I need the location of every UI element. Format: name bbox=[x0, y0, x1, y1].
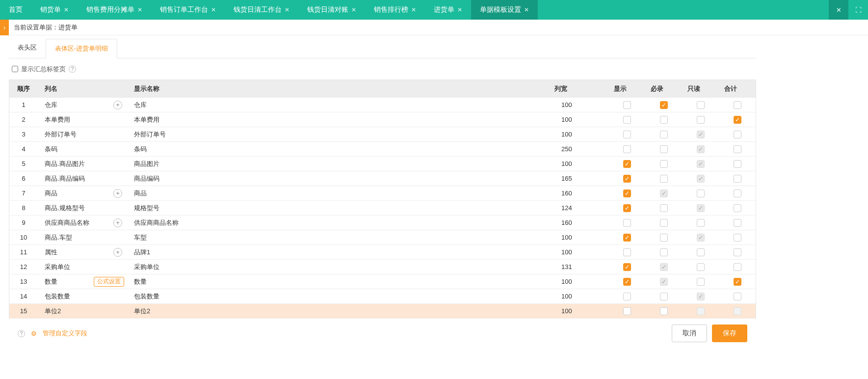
cell-width[interactable]: 100 bbox=[553, 248, 608, 256]
show-checkbox[interactable] bbox=[623, 160, 631, 168]
sum-checkbox[interactable] bbox=[734, 219, 741, 227]
req-checkbox[interactable] bbox=[660, 131, 668, 138]
show-checkbox[interactable] bbox=[623, 248, 631, 256]
req-checkbox[interactable] bbox=[660, 175, 668, 183]
sum-checkbox[interactable] bbox=[734, 278, 741, 286]
cell-width[interactable]: 100 bbox=[553, 234, 608, 241]
table-row[interactable]: 4条码条码250 bbox=[9, 142, 756, 157]
show-summary-checkbox[interactable] bbox=[12, 66, 18, 72]
sum-checkbox[interactable] bbox=[734, 145, 741, 153]
req-checkbox[interactable] bbox=[660, 101, 668, 109]
show-checkbox[interactable] bbox=[623, 190, 631, 197]
req-checkbox[interactable] bbox=[660, 160, 668, 168]
req-checkbox[interactable] bbox=[660, 204, 668, 212]
close-icon[interactable]: ✕ bbox=[137, 6, 142, 13]
cell-display-name[interactable]: 商品 bbox=[127, 189, 553, 198]
top-tab[interactable]: 销售订单工作台✕ bbox=[151, 0, 225, 20]
req-checkbox[interactable] bbox=[660, 307, 668, 315]
cell-display-name[interactable]: 供应商商品名称 bbox=[127, 218, 553, 227]
sum-checkbox[interactable] bbox=[734, 116, 741, 124]
table-row[interactable]: 6商品.商品编码商品编码165 bbox=[9, 171, 756, 186]
top-tab[interactable]: 首页 bbox=[0, 0, 31, 20]
top-tab[interactable]: 钱货日清对账✕ bbox=[298, 0, 365, 20]
grid-body[interactable]: 1仓库+仓库1002本单费用本单费用1003外部订单号外部订单号1004条码条码… bbox=[9, 98, 756, 319]
cancel-button[interactable]: 取消 bbox=[672, 325, 707, 342]
ro-checkbox[interactable] bbox=[697, 190, 705, 197]
req-checkbox[interactable] bbox=[660, 145, 668, 153]
table-row[interactable]: 5商品.商品图片商品图片100 bbox=[9, 157, 756, 171]
show-checkbox[interactable] bbox=[623, 263, 631, 271]
cell-display-name[interactable]: 车型 bbox=[127, 233, 553, 242]
top-tab[interactable]: 销货单✕ bbox=[31, 0, 78, 20]
table-row[interactable]: 8商品.规格型号规格型号124 bbox=[9, 201, 756, 216]
cell-width[interactable]: 100 bbox=[553, 131, 608, 138]
top-tab[interactable]: 销售排行榜✕ bbox=[365, 0, 425, 20]
add-icon[interactable]: + bbox=[113, 101, 122, 109]
show-checkbox[interactable] bbox=[623, 293, 631, 300]
add-icon[interactable]: + bbox=[113, 248, 122, 257]
table-row[interactable]: 1仓库+仓库100 bbox=[9, 98, 756, 112]
top-tab[interactable]: 进货单✕ bbox=[425, 0, 471, 20]
show-checkbox[interactable] bbox=[623, 219, 631, 227]
show-checkbox[interactable] bbox=[623, 145, 631, 153]
cell-display-name[interactable]: 仓库 bbox=[127, 101, 553, 109]
cell-display-name[interactable]: 品牌1 bbox=[127, 248, 553, 257]
table-row[interactable]: 15单位2单位2100 bbox=[9, 304, 756, 319]
sum-checkbox[interactable] bbox=[734, 204, 741, 212]
cell-display-name[interactable]: 商品编码 bbox=[127, 174, 553, 183]
table-row[interactable]: 10商品.车型车型100 bbox=[9, 230, 756, 245]
show-checkbox[interactable] bbox=[623, 234, 631, 242]
show-checkbox[interactable] bbox=[623, 204, 631, 212]
table-row[interactable]: 11属性+品牌1100 bbox=[9, 245, 756, 260]
table-row[interactable]: 12采购单位采购单位131 bbox=[9, 260, 756, 274]
cell-display-name[interactable]: 规格型号 bbox=[127, 204, 553, 213]
show-checkbox[interactable] bbox=[623, 307, 631, 315]
sum-checkbox[interactable] bbox=[734, 190, 741, 197]
cell-display-name[interactable]: 单位2 bbox=[127, 307, 553, 316]
table-row[interactable]: 13数量公式设置数量100 bbox=[9, 274, 756, 289]
add-icon[interactable]: + bbox=[113, 189, 122, 198]
cell-display-name[interactable]: 商品图片 bbox=[127, 160, 553, 168]
sum-checkbox[interactable] bbox=[734, 234, 741, 242]
section-tab[interactable]: 表体区-进货单明细 bbox=[46, 39, 117, 58]
cell-display-name[interactable]: 包装数量 bbox=[127, 292, 553, 301]
top-tab[interactable]: 销售费用分摊单✕ bbox=[78, 0, 151, 20]
cell-width[interactable]: 100 bbox=[553, 101, 608, 108]
cell-width[interactable]: 100 bbox=[553, 293, 608, 300]
manage-custom-fields-link[interactable]: 管理自定义字段 bbox=[43, 329, 87, 338]
expand-sidebar-button[interactable]: › bbox=[0, 20, 9, 35]
cell-width[interactable]: 100 bbox=[553, 116, 608, 123]
req-checkbox[interactable] bbox=[660, 293, 668, 300]
show-checkbox[interactable] bbox=[623, 101, 631, 109]
cell-width[interactable]: 160 bbox=[553, 190, 608, 197]
close-icon[interactable]: ✕ bbox=[285, 6, 289, 13]
ro-checkbox[interactable] bbox=[697, 116, 705, 124]
fullscreen-button[interactable]: ⛶ bbox=[848, 0, 868, 20]
formula-settings-button[interactable]: 公式设置 bbox=[94, 277, 124, 287]
cell-display-name[interactable]: 条码 bbox=[127, 145, 553, 154]
cell-display-name[interactable]: 外部订单号 bbox=[127, 130, 553, 139]
close-icon[interactable]: ✕ bbox=[211, 6, 216, 13]
show-checkbox[interactable] bbox=[623, 278, 631, 286]
top-tab[interactable]: 单据模板设置✕ bbox=[471, 0, 538, 20]
cell-width[interactable]: 100 bbox=[553, 160, 608, 167]
ro-checkbox[interactable] bbox=[697, 278, 705, 286]
close-icon[interactable]: ✕ bbox=[411, 6, 416, 13]
cell-width[interactable]: 160 bbox=[553, 219, 608, 226]
close-icon[interactable]: ✕ bbox=[457, 6, 462, 13]
save-button[interactable]: 保存 bbox=[712, 325, 747, 342]
close-icon[interactable]: ✕ bbox=[64, 6, 69, 13]
sum-checkbox[interactable] bbox=[734, 248, 741, 256]
cell-width[interactable]: 250 bbox=[553, 145, 608, 153]
show-checkbox[interactable] bbox=[623, 116, 631, 124]
sum-checkbox[interactable] bbox=[734, 175, 741, 183]
add-icon[interactable]: + bbox=[113, 218, 122, 227]
sum-checkbox[interactable] bbox=[734, 293, 741, 300]
table-row[interactable]: 7商品+商品160 bbox=[9, 186, 756, 201]
req-checkbox[interactable] bbox=[660, 219, 668, 227]
close-icon[interactable]: ✕ bbox=[524, 6, 529, 13]
ro-checkbox[interactable] bbox=[697, 263, 705, 271]
cell-width[interactable]: 124 bbox=[553, 204, 608, 212]
table-row[interactable]: 2本单费用本单费用100 bbox=[9, 112, 756, 127]
cell-width[interactable]: 131 bbox=[553, 263, 608, 271]
